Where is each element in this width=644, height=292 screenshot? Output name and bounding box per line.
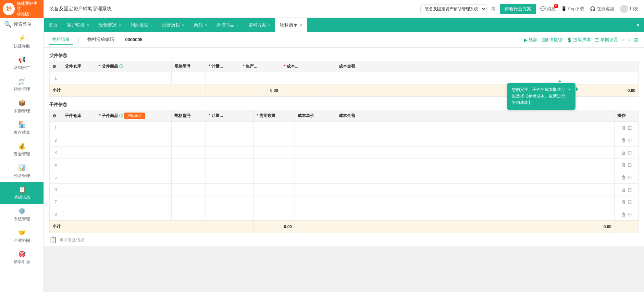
online-service-btn[interactable]: 🎧 在线客服 [590,6,615,12]
parent-production-cell[interactable] [240,72,281,84]
shortcut-btn[interactable]: ⌨ 快捷键 [542,37,562,43]
tab-business-status-close[interactable]: × [119,23,121,27]
tab-business-status[interactable]: 经营情况 × [94,18,125,32]
child-product-cell[interactable] [96,122,172,134]
delete-icon[interactable]: 🗑 [621,150,626,155]
scan-btn[interactable]: 扫码录入 [124,113,145,119]
child-qty-unit-cell[interactable] [206,147,240,159]
system-selector[interactable]: 装备及固定资产辅助管理系统 [420,4,487,13]
child-product-cell[interactable] [96,147,172,159]
sidebar-item-business[interactable]: 📊 经营管理 [0,161,44,182]
child-qty-unit-cell[interactable] [206,171,240,184]
delete-icon[interactable]: 🗑 [621,125,626,131]
child-unit-cost-cell[interactable] [295,134,336,147]
child-needed-qty-cell[interactable] [254,196,295,208]
sidebar-item-quick-nav[interactable]: ⚡ 快捷导航 [0,31,44,52]
child-settings-icon[interactable]: ⚙ [52,114,56,118]
delete-icon[interactable]: 🗑 [621,174,626,180]
app-download-btn[interactable]: 📱 App下载 [561,6,584,12]
child-unit-cost-cell[interactable] [295,171,336,184]
sidebar-item-finance[interactable]: 💰 资金管理 [0,139,44,161]
child-warehouse-cell[interactable] [62,171,96,184]
grid-view-btn[interactable]: ⊞ [634,37,639,43]
parent-cost-cell[interactable] [281,72,322,84]
child-warehouse-cell[interactable] [62,208,96,221]
child-warehouse-cell[interactable] [62,122,96,134]
tab-profit-report-close[interactable]: × [150,23,152,27]
parent-warehouse-cell[interactable] [62,72,96,84]
parent-product-cell[interactable] [96,72,172,84]
child-spec-cell[interactable] [172,208,206,221]
sub-tab-bom-list[interactable]: 物料清单 [49,35,73,45]
child-qty-unit-cell[interactable] [206,122,240,134]
child-spec-cell[interactable] [172,147,206,159]
sidebar-item-system[interactable]: ⚙️ 系统管理 [0,204,44,225]
delete-icon[interactable]: 🗑 [621,137,626,143]
child-unit-cost-cell[interactable] [295,184,336,196]
child-needed-qty-cell[interactable] [254,184,295,196]
child-warehouse-cell[interactable] [62,196,96,208]
tab-business-history-close[interactable]: × [182,23,184,27]
delete-icon[interactable]: 🗑 [621,162,626,168]
tab-products[interactable]: 商品 × [189,18,212,32]
child-qty-unit-cell[interactable] [206,184,240,196]
child-unit-cost-cell[interactable] [295,196,336,208]
child-qty-unit-cell[interactable] [206,134,240,147]
parent-settings-icon[interactable]: ⚙ [52,64,56,69]
close-all-tabs[interactable]: ✕ [632,23,644,28]
child-product-cell[interactable] [96,159,172,171]
sidebar-item-inventory[interactable]: 🏪 库存核算 [0,117,44,139]
child-product-cell[interactable] [96,171,172,184]
user-avatar[interactable]: 用友 [620,5,639,13]
child-qty-unit-cell[interactable] [206,208,240,221]
child-product-cell[interactable] [96,208,172,221]
child-needed-qty-cell[interactable] [254,208,295,221]
child-warehouse-cell[interactable] [62,159,96,171]
copy-icon[interactable]: ⊡ [628,150,632,156]
sidebar-item-cooperation[interactable]: 🤝 企业协同 [0,225,44,247]
child-product-cell[interactable] [96,184,172,196]
copy-icon[interactable]: ⊡ [628,162,632,168]
tab-bom-close[interactable]: × [300,23,302,27]
tab-new-product[interactable]: 新增商品 × [212,18,243,32]
child-needed-qty-cell[interactable] [254,147,295,159]
child-needed-qty-cell[interactable] [254,171,295,184]
child-product-cell[interactable] [96,196,172,208]
child-qty-unit-cell[interactable] [206,196,240,208]
copy-icon[interactable]: ⊡ [628,174,632,180]
tab-customers[interactable]: 客户联络 × [62,18,94,32]
child-warehouse-cell[interactable] [62,134,96,147]
child-spec-cell[interactable] [172,122,206,134]
child-spec-cell[interactable] [172,184,206,196]
single-settings-btn[interactable]: ☰ 单据设置 [595,37,618,43]
copy-icon[interactable]: ⊡ [628,187,632,193]
gear-icon[interactable]: ⚙ [491,5,496,12]
child-needed-qty-cell[interactable] [254,134,295,147]
tab-customers-close[interactable]: × [87,23,89,27]
copy-icon[interactable]: ⊡ [628,199,632,205]
tab-business-history[interactable]: 经营历程 × [157,18,189,32]
child-spec-cell[interactable] [172,134,206,147]
sidebar-item-purchase[interactable]: 📦 采购管理 [0,96,44,117]
tooltip-close-btn[interactable]: × [568,86,571,93]
child-needed-qty-cell[interactable] [254,122,295,134]
child-unit-cost-cell[interactable] [295,122,336,134]
sidebar-item-basic-info[interactable]: 📋 基础信息 [0,182,44,204]
tab-new-product-close[interactable]: × [236,23,238,27]
parent-qty-unit-cell[interactable] [206,72,240,84]
tab-products-close[interactable]: × [205,23,207,27]
tab-bom[interactable]: 物料清单 × [275,18,307,32]
child-unit-cost-cell[interactable] [295,208,336,221]
parent-spec-cell[interactable] [172,72,206,84]
child-qty-unit-cell[interactable] [206,159,240,171]
sidebar-item-guide[interactable]: 🎯 新手引导 [0,247,44,269]
view-video-btn[interactable]: ▶ 视频 [524,37,537,43]
copy-icon[interactable]: ⊡ [628,125,632,131]
tab-home[interactable]: 首页 [44,18,62,32]
delete-icon[interactable]: 🗑 [621,187,626,192]
child-warehouse-cell[interactable] [62,184,96,196]
trial-btn[interactable]: 体验行业方案 [500,4,536,14]
sidebar-item-search[interactable]: 🔍 搜索菜单 [0,18,44,31]
child-spec-cell[interactable] [172,159,206,171]
delete-icon[interactable]: 🗑 [621,199,626,205]
